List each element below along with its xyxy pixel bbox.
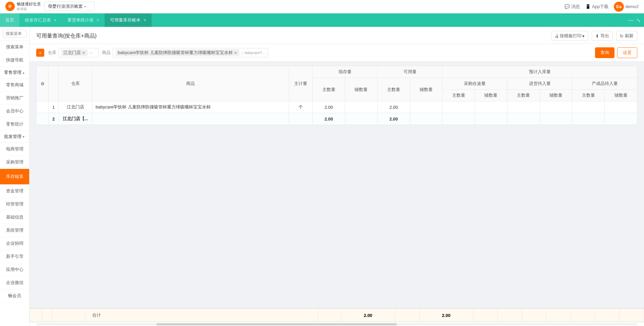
sidebar-search-area [0,27,29,41]
minimize-icon[interactable]: — [628,17,634,23]
footer-avail-main: 2.00 [419,309,473,322]
nav-tabs: 首页 收发存汇总表 ✕ 要货单统计表 ✕ 可用量库存账本 ✕ — ⤡ [0,13,644,27]
tab-available[interactable]: 可用量库存账本 ✕ [105,13,152,27]
sidebar-basic-label: 基础信息 [6,215,23,220]
warehouse-tags-input[interactable]: 江北门店 ✕ ··· [58,48,99,57]
product-tags-input[interactable]: babycare学饮杯 儿童防摔防撞吸管杯重力球吸嘴杯宝宝水杯 ✕ | baby… [113,48,268,57]
maximize-icon[interactable]: ⤡ [636,17,641,24]
warehouse-tag-text: 江北门店 [63,50,81,56]
sidebar-item-retail-stats[interactable]: 零售统计 [0,118,29,131]
tab-order-label: 要货单统计表 [67,17,94,23]
app-download-button[interactable]: 📱 App下载 [585,4,608,10]
row2-inc-aux [540,113,572,125]
th-current-stock: 现存量 [313,66,378,78]
th-settings[interactable]: ⚙ [37,66,49,101]
tab-order[interactable]: 要货单统计表 ✕ [62,13,105,27]
print-button[interactable]: 🖨 按模板打印 ▾ [551,31,588,41]
refresh-button[interactable]: ↻ 刷新 [616,31,637,41]
sidebar-marketing-label: 营销推广 [6,95,23,100]
sidebar-item-marketing[interactable]: 营销推广 [0,92,29,105]
tab-inout[interactable]: 收发存汇总表 ✕ [19,13,62,27]
query-button[interactable]: 查询 [595,47,614,58]
export-label: 导出 [600,33,609,39]
sidebar-item-finance[interactable]: 资金管理 [0,185,29,198]
row2-pur-aux [475,113,507,125]
logo-text: 畅捷通好生意 [17,2,41,6]
footer-num-col [42,309,52,322]
footer-current-aux [395,309,419,322]
page-header: 可用量查询(按仓库+商品) 🖨 按模板打印 ▾ ⬆ 导出 ↻ 刷新 [30,27,644,44]
footer-prod-main [595,309,620,322]
sidebar-item-member[interactable]: 畅会员 [0,289,29,302]
th-planned-inbound: 预计入库量 [442,66,637,78]
th-inc-main: 主数量 [507,90,540,101]
sidebar-item-purchase[interactable]: 采购管理 [0,156,29,169]
data-table: ⚙ 仓库 商品 主计量 现存量 [36,66,637,125]
sidebar-search-menu-label: 搜索菜单 [6,44,23,49]
tab-available-label: 可用量库存账本 [110,17,141,23]
product-tag1-close[interactable]: ✕ [234,50,237,55]
tab-home[interactable]: 首页 [0,13,19,27]
sidebar-member-label: 畅会员 [8,293,21,298]
filter-toggle-button[interactable]: » [36,49,44,57]
sidebar-item-appcenter[interactable]: 应用中心 [0,263,29,276]
app-label: App下载 [592,4,608,10]
th-inc-aux: 辅数量 [540,90,572,101]
sidebar: 搜索菜单 快捷导航 零售管理 ▲ 零售商城 营销推广 会员中心 零售统计 批发管… [0,27,30,326]
tab-inout-close[interactable]: ✕ [54,18,57,22]
sidebar-item-enterprise[interactable]: 企业协同 [0,237,29,250]
sidebar-item-members[interactable]: 会员中心 [0,105,29,118]
sidebar-ecommerce-label: 电商管理 [6,146,23,151]
warehouse-filter-more[interactable]: ··· [89,50,93,55]
message-icon: 💬 [565,4,570,9]
warehouse-tag-close[interactable]: ✕ [82,50,86,55]
th-production-pending: 产成品待入量 [572,78,637,90]
sidebar-item-operations[interactable]: 经营管理 [0,198,29,211]
top-bar-left: 好 畅捷通好生意 标准版 母婴行业演示账套 ▾ [5,2,95,11]
sidebar-item-quick-nav[interactable]: 快捷导航 [0,54,29,67]
sidebar-item-inventory[interactable]: 库存核算 [0,169,29,185]
message-button[interactable]: 💬 消息 [565,4,580,10]
export-button[interactable]: ⬆ 导出 [592,31,613,41]
refresh-icon: ↻ [620,34,624,39]
sidebar-operations-label: 经营管理 [6,201,23,206]
sidebar-item-basic[interactable]: 基础信息 [0,211,29,224]
content-area: 可用量查询(按仓库+商品) 🖨 按模板打印 ▾ ⬆ 导出 ↻ 刷新 » [30,27,644,326]
sidebar-item-newguide[interactable]: 新手引导 [0,250,29,263]
th-rownum [49,66,59,101]
tab-order-close[interactable]: ✕ [96,18,99,22]
setting-button[interactable]: 设置 [617,47,637,58]
nav-tabs-controls: — ⤡ [628,13,644,27]
sidebar-item-wecom[interactable]: 企业微信 [0,276,29,289]
th-purchase-transit: 采购在途量 [442,78,507,90]
sidebar-purchase-label: 采购管理 [6,159,23,165]
sidebar-item-search-menu[interactable]: 搜索菜单 [0,41,29,54]
scroll-thumb[interactable] [156,323,397,325]
user-profile[interactable]: Ea demo2 [614,2,639,12]
row2-warehouse: 江北门店【... [59,113,92,125]
tab-available-close[interactable]: ✕ [143,18,146,22]
sidebar-item-ecommerce[interactable]: 电商管理 [0,143,29,156]
sidebar-wholesale-label: 批发管理 [4,134,21,140]
tenant-selector[interactable]: 母婴行业演示账套 ▾ [44,2,95,11]
row1-prod-aux [605,101,637,113]
sidebar-retail-stats-label: 零售统计 [6,122,23,127]
footer-unit-col [318,309,341,322]
sidebar-item-wholesale[interactable]: 批发管理 ▼ [0,131,29,143]
message-label: 消息 [571,4,580,10]
filter-bar: » 仓库 江北门店 ✕ ··· 商品 babycare学饮杯 儿童防摔防撞吸管杯… [30,44,644,62]
table-row: 1 江北门店 babycare学饮杯 儿童防摔防撞吸管杯重力球吸嘴杯宝宝水杯 个… [37,101,637,113]
table-area: ⚙ 仓库 商品 主计量 现存量 [30,62,644,308]
search-input[interactable] [3,30,26,38]
horizontal-scrollbar[interactable] [30,322,644,326]
row2-prod-aux [605,113,637,125]
sidebar-item-retail-shop[interactable]: 零售商城 [0,79,29,92]
chevron-down-icon: ▼ [22,135,25,139]
logo-area: 好 畅捷通好生意 标准版 [5,2,41,11]
product-filter: 商品 babycare学饮杯 儿童防摔防撞吸管杯重力球吸嘴杯宝宝水杯 ✕ | b… [102,48,268,57]
th-pur-aux: 辅数量 [475,90,507,101]
sidebar-item-system[interactable]: 系统管理 [0,224,29,237]
export-icon: ⬆ [595,34,599,39]
sidebar-item-retail[interactable]: 零售管理 ▲ [0,67,29,79]
warehouse-tag: 江北门店 ✕ [61,49,88,56]
